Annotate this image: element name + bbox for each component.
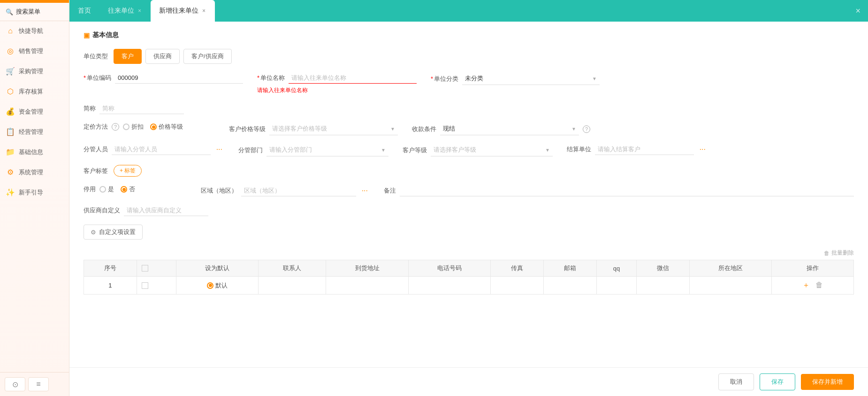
add-tag-button[interactable]: + 标签	[114, 165, 142, 177]
sidebar-footer-btn2[interactable]: ≡	[28, 377, 49, 391]
disabled-radio-group: 是 否	[99, 185, 135, 194]
radio-yes-label: 是	[108, 185, 114, 194]
radio-discount[interactable]: 折扣	[123, 123, 144, 131]
radio-no-label: 否	[129, 185, 135, 194]
customer-price-level-placeholder: 请选择客户价格等级	[272, 124, 388, 133]
tab-new-counterparty-close[interactable]: ×	[201, 8, 206, 14]
radio-yes[interactable]: 是	[99, 185, 114, 194]
chevron-down-icon: ▼	[592, 76, 597, 81]
unit-type-btn-group: 客户 供应商 客户/供应商	[114, 49, 232, 64]
settlement-unit-input[interactable]	[595, 144, 694, 155]
sidebar-item-label: 采购管理	[19, 67, 43, 76]
customer-price-level-field: 客户价格等级 请选择客户价格等级 ▼	[229, 123, 398, 135]
main-close-button[interactable]: ×	[848, 6, 868, 16]
purchase-icon: 🛒	[6, 67, 15, 76]
select-all-checkbox[interactable]	[142, 265, 148, 272]
sidebar-item-inventory[interactable]: ⬡ 库存核算	[0, 81, 69, 101]
tab-counterparty-close[interactable]: ×	[137, 8, 142, 14]
cell-checkbox	[137, 277, 176, 295]
sidebar-item-finance[interactable]: 💰 资金管理	[0, 101, 69, 122]
customer-level-label: 客户等级	[403, 146, 427, 155]
row-checkbox[interactable]	[142, 282, 148, 289]
radio-no[interactable]: 否	[121, 185, 135, 194]
radio-price-level[interactable]: 价格等级	[150, 123, 183, 131]
unit-name-input[interactable]	[289, 72, 417, 84]
pricing-radio-group: 折扣 价格等级	[123, 123, 183, 131]
col-contact: 联系人	[259, 260, 326, 277]
manager-more-icon[interactable]: ···	[214, 145, 224, 154]
cell-seq: 1	[84, 277, 137, 295]
cell-default: 默认	[176, 277, 258, 295]
sidebar-item-purchase-mgmt[interactable]: 🛒 采购管理	[0, 61, 69, 81]
batch-delete-button[interactable]: 🗑 批量删除	[824, 249, 854, 257]
col-area: 所在地区	[690, 260, 772, 277]
payment-terms-value: 现结	[443, 124, 570, 133]
short-name-field: 简称	[84, 103, 184, 114]
sidebar-item-sys-mgmt[interactable]: ⚙ 系统管理	[0, 162, 69, 182]
chevron-down-icon3: ▼	[571, 126, 576, 132]
settlement-unit-more-icon[interactable]: ···	[698, 145, 708, 154]
row-add-button[interactable]: ＋	[800, 281, 812, 289]
manager-field: 分管人员 ···	[84, 144, 224, 155]
region-input[interactable]	[241, 185, 356, 196]
short-name-row: 简称	[84, 103, 854, 114]
tab-counterparty[interactable]: 往来单位 ×	[99, 0, 151, 22]
settlement-unit-label: 结算单位	[567, 145, 591, 154]
customer-price-level-select[interactable]: 请选择客户价格等级 ▼	[269, 123, 398, 135]
unit-category-label: *单位分类	[431, 75, 458, 83]
tab-new-counterparty-label: 新增往来单位	[159, 7, 198, 15]
cell-contact	[259, 277, 326, 295]
chevron-down-icon5: ▼	[545, 148, 550, 153]
unit-code-input[interactable]	[115, 72, 243, 84]
tab-new-counterparty[interactable]: 新增往来单位 ×	[151, 0, 215, 22]
row-default-label: 默认	[215, 281, 228, 290]
type-btn-supplier[interactable]: 供应商	[145, 49, 180, 64]
region-field: 区域（地区） ···	[201, 185, 370, 196]
payment-terms-help-icon[interactable]: ?	[583, 125, 590, 133]
col-wechat: 微信	[637, 260, 690, 277]
tab-home[interactable]: 首页	[69, 0, 99, 22]
custom-settings-button[interactable]: ⚙ 自定义项设置	[84, 225, 143, 240]
row-delete-button[interactable]: 🗑	[814, 281, 825, 289]
customer-level-select[interactable]: 请选择客户等级 ▼	[431, 144, 553, 156]
supplier-custom-label: 供应商自定义	[84, 206, 120, 215]
pricing-method-help-icon[interactable]: ?	[112, 123, 119, 131]
save-button[interactable]: 保存	[760, 373, 795, 390]
type-btn-customer[interactable]: 客户	[114, 49, 142, 64]
save-add-button[interactable]: 保存并新增	[801, 374, 854, 390]
cancel-button[interactable]: 取消	[718, 373, 754, 390]
row-default-radio-circle	[207, 282, 213, 289]
pricing-method-field: 定价方法 ? 折扣 价格等级	[84, 123, 215, 131]
col-email: 邮箱	[544, 260, 597, 277]
sidebar-item-sales-mgmt[interactable]: ◎ 销售管理	[0, 41, 69, 61]
unit-category-field: *单位分类 未分类 ▼	[431, 72, 600, 85]
sidebar-footer-btn1[interactable]: ⊙	[5, 377, 25, 391]
department-select[interactable]: 请输入分管部门 ▼	[266, 144, 388, 156]
payment-terms-select[interactable]: 现结 ▼	[440, 123, 579, 135]
sidebar-item-operations[interactable]: 📋 经营管理	[0, 122, 69, 142]
customer-tag-field: 客户标签 + 标签	[84, 165, 142, 177]
department-field: 分管部门 请输入分管部门 ▼	[238, 144, 388, 156]
pricing-method-label: 定价方法	[84, 123, 108, 131]
batch-delete-icon: 🗑	[824, 250, 830, 256]
region-more-icon[interactable]: ···	[360, 186, 370, 195]
unit-category-select[interactable]: 未分类 ▼	[462, 72, 600, 85]
short-name-input[interactable]	[99, 103, 184, 114]
sidebar-item-quick-nav[interactable]: ⌂ 快捷导航	[0, 21, 69, 41]
unit-type-field: 单位类型 客户 供应商 客户/供应商	[84, 49, 232, 64]
remark-input[interactable]	[400, 185, 854, 196]
type-btn-both[interactable]: 客户/供应商	[183, 49, 232, 64]
radio-price-level-label: 价格等级	[159, 123, 183, 131]
customer-tag-label: 客户标签	[84, 167, 108, 175]
supplier-custom-input[interactable]	[124, 205, 208, 216]
remark-label: 备注	[384, 186, 396, 195]
manager-input[interactable]	[112, 144, 211, 155]
row-default-radio[interactable]: 默认	[181, 281, 253, 290]
sidebar-item-beginner[interactable]: ✨ 新手引导	[0, 182, 69, 202]
search-menu-item[interactable]: 🔍 搜索菜单	[0, 3, 69, 21]
inventory-icon: ⬡	[6, 87, 15, 96]
manager-row: 分管人员 ··· 分管部门 请输入分管部门 ▼ 客户等级 请选择客户等级 ▼	[84, 144, 854, 156]
sidebar-item-basic-info[interactable]: 📁 基础信息	[0, 142, 69, 162]
gear-icon: ⚙	[91, 229, 96, 236]
unit-type-row: 单位类型 客户 供应商 客户/供应商	[84, 49, 854, 64]
